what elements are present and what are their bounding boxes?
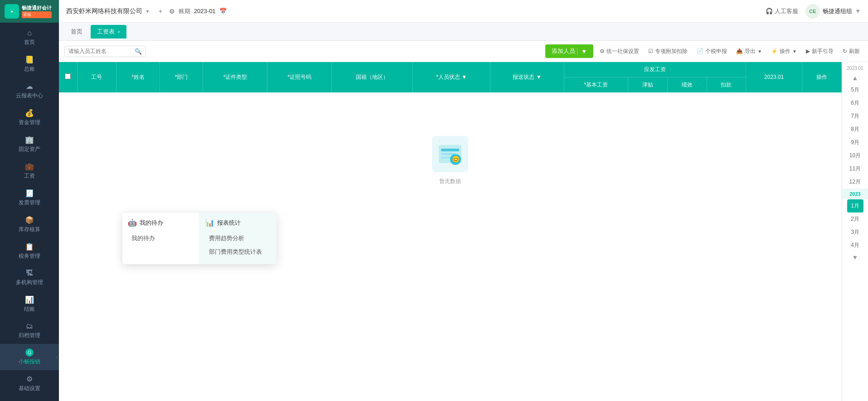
company-name: 西安虾米网络科技有限公司 [66,7,142,15]
avatar: CE [805,4,820,19]
archive-icon: 🗂 [26,322,33,330]
refresh-label: 刷新 [849,48,860,55]
guide-button[interactable]: ▶ 新手引导 [803,46,836,57]
svg-rect-7 [441,153,455,155]
user-info[interactable]: CE 畅捷通组组 ▼ [805,4,861,19]
th-operations: 操作 [802,62,842,92]
person-status-filter-icon[interactable]: ▼ [461,74,467,80]
operations-button[interactable]: ⚡ 操作 ▼ [768,46,800,57]
sidebar-item-archive-label: 归档管理 [19,332,40,339]
customer-service-button[interactable]: 🎧 人工客服 [766,7,798,15]
month-3[interactable]: 3月 [842,226,868,239]
sidebar-item-home[interactable]: ⌂ 首页 [0,24,59,51]
no-data-area: 😊 暂无数据 [59,93,842,229]
th-id-number: *证照号码 [267,62,332,92]
month-11[interactable]: 11月 [842,162,868,175]
expense-trend-item[interactable]: 费用趋势分析 [205,232,272,245]
period-label: 账期 [179,7,190,15]
special-deduct-label: 专项附加扣除 [655,48,688,55]
select-all-checkbox[interactable] [65,73,71,79]
th-nationality: 国籍（地区） [332,62,413,92]
search-box[interactable]: 🔍 [64,46,146,57]
special-deduct-button[interactable]: ☑ 专项附加扣除 [645,46,690,57]
sidebar-item-inventory-label: 库存核算 [19,226,40,233]
tab-home[interactable]: 首页 [64,25,89,39]
sidebar-item-basic-settings[interactable]: ⚙ 基础设置 [0,370,59,397]
month-5[interactable]: 5月 [842,83,868,97]
dropdown-header-reports-label: 报表统计 [217,219,241,227]
month-6[interactable]: 6月 [842,97,868,110]
export-button[interactable]: 📤 导出 ▼ [733,46,765,57]
company-selector[interactable]: 西安虾米网络科技有限公司 ▼ [66,7,150,15]
dept-expense-item[interactable]: 部门费用类型统计表 [205,245,272,259]
th-person-status: *人员状态 ▼ [413,62,490,92]
sidebar: ✦ 畅捷通好会计 双版 ⌂ 首页 📒 总账 ☁ 云报表中心 💰 资金管理 🏢 固… [0,0,59,401]
month-4[interactable]: 4月 [842,239,868,252]
sidebar-item-guide[interactable]: ▶ 新手引导 [0,397,59,401]
invoice-icon: 🧾 [25,189,34,198]
fixed-assets-icon: 🏢 [25,135,34,144]
dropdown-header-pending-label: 我的待办 [140,219,163,227]
calendar-icon[interactable]: 📅 [219,8,227,14]
th-deductions: 扣款 [707,77,746,93]
th-checkbox[interactable] [59,62,77,92]
guide-label: 新手引导 [812,48,834,55]
sidebar-item-ledger[interactable]: 📒 总账 [0,51,59,77]
sidebar-item-inventory[interactable]: 📦 库存核算 [0,211,59,238]
dropdown-col-reports: 📊 报表统计 费用趋势分析 部门费用类型统计表 [200,213,277,264]
logo-text: 畅捷通好会计 [22,5,52,11]
operations-label: 操作 [780,48,790,55]
toolbar-right: 添加人员 ▼ ⚙ 统一社保设置 ☑ 专项附加扣除 📄 个税申报 [545,44,863,58]
month-2[interactable]: 2月 [842,213,868,226]
sidebar-item-xiaochang[interactable]: G 小畅报销 ‹ [0,344,59,370]
add-company-button[interactable]: ＋ [157,7,164,15]
pending-item[interactable]: 我的待办 [128,232,194,245]
sidebar-item-multi-label: 多机构管理 [16,279,43,286]
tab-payroll-label: 工资表 [97,28,115,36]
user-dropdown-icon: ▼ [855,8,861,14]
sidebar-item-settings-label: 基础设置 [19,385,40,392]
th-payable-salary: 应发工资 [564,62,746,77]
month-10[interactable]: 10月 [842,149,868,162]
refresh-button[interactable]: ↻ 刷新 [840,46,863,57]
dropdown-col-pending: 🤖 我的待办 我的待办 [122,213,200,264]
month-nav-up[interactable]: ▲ [850,72,860,83]
add-person-button[interactable]: 添加人员 ▼ [545,44,593,58]
sidebar-item-fixed-assets[interactable]: 🏢 固定资产 [0,131,59,158]
month-8[interactable]: 8月 [842,123,868,136]
month-7[interactable]: 7月 [842,110,868,123]
th-base-salary: *基本工资 [564,77,628,93]
search-input[interactable] [68,48,132,54]
month-nav-down[interactable]: ▼ [850,252,860,263]
operations-arrow: ▼ [792,49,797,54]
tax-icon: 📋 [25,242,34,251]
sidebar-item-ledger-label: 总账 [24,65,35,73]
th-name: *姓名 [116,62,160,92]
table-header-row1: 工号 *姓名 *部门 *证件类型 *证照号码 国籍（地区） *人员状态 ▼ [59,62,842,77]
sidebar-item-multi-org[interactable]: 🏗 多机构管理 [0,265,59,291]
month-9[interactable]: 9月 [842,136,868,149]
sidebar-item-settlement[interactable]: 📊 结账 [0,291,59,318]
tax-report-button[interactable]: 📄 个税申报 [694,46,730,57]
sidebar-item-invoice-label: 发票管理 [19,199,40,207]
sidebar-item-cloud-report[interactable]: ☁ 云报表中心 [0,77,59,104]
tab-close-button[interactable]: × [117,29,120,34]
settlement-icon: 📊 [25,295,34,304]
report-status-filter-icon[interactable]: ▼ [536,74,542,80]
month-1[interactable]: 1月 [847,199,863,213]
tab-payroll[interactable]: 工资表 × [91,25,126,39]
sidebar-item-salary[interactable]: 💼 工资 [0,158,59,184]
month-12[interactable]: 12月 [842,175,868,188]
topbar-actions: ＋ ⚙ [157,7,175,15]
add-person-arrow: ▼ [577,48,587,55]
period-value: 2023-01 [194,8,216,14]
sidebar-item-tax[interactable]: 📋 税务管理 [0,238,59,265]
sidebar-item-invoice[interactable]: 🧾 发票管理 [0,184,59,211]
social-security-button[interactable]: ⚙ 统一社保设置 [597,46,642,57]
settings-button[interactable]: ⚙ [169,8,175,15]
guide-icon: ▶ [806,48,810,54]
export-icon: 📤 [736,48,743,54]
sidebar-item-fund[interactable]: 💰 资金管理 [0,104,59,131]
th-id-type: *证件类型 [203,62,267,92]
sidebar-item-archive[interactable]: 🗂 归档管理 [0,318,59,344]
